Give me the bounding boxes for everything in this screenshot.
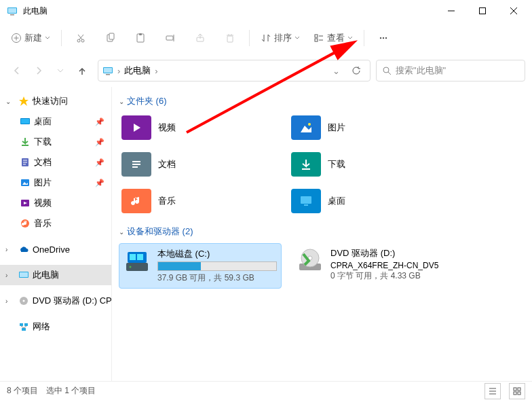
- sidebar-quick-access[interactable]: ⌄ 快速访问: [0, 91, 111, 111]
- trash-icon: [225, 33, 235, 43]
- more-button[interactable]: [370, 26, 397, 50]
- rename-button[interactable]: [157, 26, 184, 50]
- folder-desktop[interactable]: 桌面: [288, 186, 444, 216]
- address-dropdown[interactable]: ⌄: [330, 66, 343, 76]
- copy-button[interactable]: [97, 26, 124, 50]
- group-header-folders[interactable]: ⌄ 文件夹 (6): [119, 95, 525, 107]
- delete-button[interactable]: [216, 26, 244, 50]
- svg-rect-34: [104, 68, 112, 73]
- svg-point-31: [385, 37, 387, 39]
- sidebar-label: 音乐: [34, 217, 52, 230]
- this-pc-icon: [18, 269, 30, 281]
- rename-icon: [165, 33, 176, 43]
- capacity-bar: [157, 261, 277, 271]
- svg-rect-1: [8, 8, 16, 13]
- folder-documents[interactable]: 文档: [119, 149, 275, 179]
- forward-button[interactable]: [28, 60, 49, 81]
- disc-icon: [18, 295, 30, 307]
- svg-rect-15: [109, 33, 114, 39]
- drive-label: CPRA_X64FRE_ZH-CN_DV5: [330, 261, 451, 270]
- star-icon: [18, 95, 30, 107]
- sidebar-label: 桌面: [34, 115, 52, 128]
- sidebar-pictures[interactable]: 图片 📌: [0, 172, 111, 193]
- svg-rect-26: [315, 39, 318, 41]
- sidebar-label: 图片: [34, 177, 52, 189]
- sidebar-onedrive[interactable]: › OneDrive: [0, 239, 111, 259]
- chevron-down-icon: ⌄: [5, 98, 15, 105]
- svg-rect-4: [480, 8, 486, 14]
- drive-d[interactable]: DVD 驱动器 (D:) CPRA_X64FRE_ZH-CN_DV5 0 字节 …: [292, 243, 455, 289]
- maximize-button[interactable]: [467, 0, 498, 22]
- share-button[interactable]: [187, 26, 214, 50]
- desktop-icon: [19, 115, 31, 128]
- search-box[interactable]: 搜索"此电脑": [376, 60, 525, 81]
- back-button[interactable]: [7, 60, 27, 81]
- details-view-button[interactable]: [484, 383, 501, 399]
- folder-label: 视频: [158, 122, 176, 134]
- navigation-pane: ⌄ 快速访问 桌面 📌 下载 📌 文档 📌 图片 📌 视频: [0, 87, 112, 381]
- address-path[interactable]: › 此电脑 › ⌄: [98, 60, 370, 81]
- chevron-right-icon: ›: [5, 297, 15, 305]
- music-icon: [19, 217, 31, 230]
- new-button[interactable]: 新建: [5, 26, 56, 50]
- folder-label: 下载: [328, 158, 345, 170]
- sort-button[interactable]: 排序: [255, 26, 305, 50]
- folder-downloads[interactable]: 下载: [288, 149, 444, 179]
- up-button[interactable]: [72, 60, 92, 81]
- sidebar-music[interactable]: 音乐: [0, 213, 111, 234]
- desktop-folder-icon: [291, 189, 321, 213]
- network-icon: [18, 321, 30, 333]
- minimize-button[interactable]: [436, 0, 467, 22]
- sidebar-label: DVD 驱动器 (D:) CP: [33, 295, 111, 307]
- folder-videos[interactable]: 视频: [119, 113, 275, 143]
- drive-status: 37.9 GB 可用，共 59.3 GB: [157, 272, 277, 284]
- chevron-down-icon: [294, 35, 300, 41]
- sidebar-videos[interactable]: 视频: [0, 193, 111, 213]
- paste-button[interactable]: [127, 26, 154, 50]
- group-header-drives[interactable]: ⌄ 设备和驱动器 (2): [119, 225, 525, 238]
- chevron-right-icon: ›: [5, 246, 15, 253]
- chevron-down-icon: ⌄: [119, 228, 124, 236]
- recent-button[interactable]: [50, 60, 71, 81]
- sidebar-label: 文档: [34, 156, 52, 168]
- svg-rect-73: [137, 254, 143, 260]
- svg-rect-81: [518, 388, 520, 390]
- dvd-drive-icon: [297, 247, 324, 274]
- thumbnails-view-button[interactable]: [509, 383, 525, 399]
- svg-rect-17: [139, 33, 142, 35]
- svg-rect-2: [10, 14, 14, 16]
- close-button[interactable]: [498, 0, 529, 22]
- refresh-button[interactable]: [347, 66, 366, 75]
- folder-pictures[interactable]: 图片: [288, 113, 444, 143]
- drive-c[interactable]: 本地磁盘 (C:) 37.9 GB 可用，共 59.3 GB: [119, 243, 282, 289]
- svg-rect-55: [20, 323, 23, 326]
- window-title: 此电脑: [23, 5, 48, 17]
- music-folder-icon: [121, 189, 151, 213]
- svg-rect-40: [21, 119, 29, 124]
- cut-button[interactable]: [67, 26, 94, 50]
- svg-rect-25: [315, 35, 318, 37]
- path-segment[interactable]: 此电脑: [124, 65, 151, 77]
- cloud-icon: [18, 243, 30, 255]
- plus-circle-icon: [11, 33, 22, 43]
- sidebar-desktop[interactable]: 桌面 📌: [0, 111, 111, 132]
- drive-name: 本地磁盘 (C:): [157, 248, 277, 260]
- view-button[interactable]: 查看: [308, 26, 358, 50]
- svg-point-62: [308, 123, 311, 126]
- search-icon: [382, 66, 392, 75]
- download-folder-icon: [291, 152, 321, 177]
- video-icon: [19, 197, 31, 209]
- document-icon: [19, 156, 31, 168]
- sort-icon: [261, 33, 271, 43]
- sidebar-downloads[interactable]: 下载 📌: [0, 132, 111, 152]
- sidebar-network[interactable]: › 网络: [0, 316, 111, 337]
- sidebar-label: 网络: [33, 321, 50, 333]
- group-label: 文件夹 (6): [127, 95, 167, 107]
- folder-music[interactable]: 音乐: [119, 186, 275, 216]
- sidebar-dvd[interactable]: › DVD 驱动器 (D:) CP: [0, 291, 111, 311]
- sidebar-this-pc[interactable]: › 此电脑: [0, 265, 111, 285]
- sidebar-documents[interactable]: 文档 📌: [0, 152, 111, 172]
- svg-marker-38: [19, 96, 28, 106]
- chevron-down-icon: ⌄: [119, 98, 124, 105]
- svg-rect-67: [301, 196, 311, 204]
